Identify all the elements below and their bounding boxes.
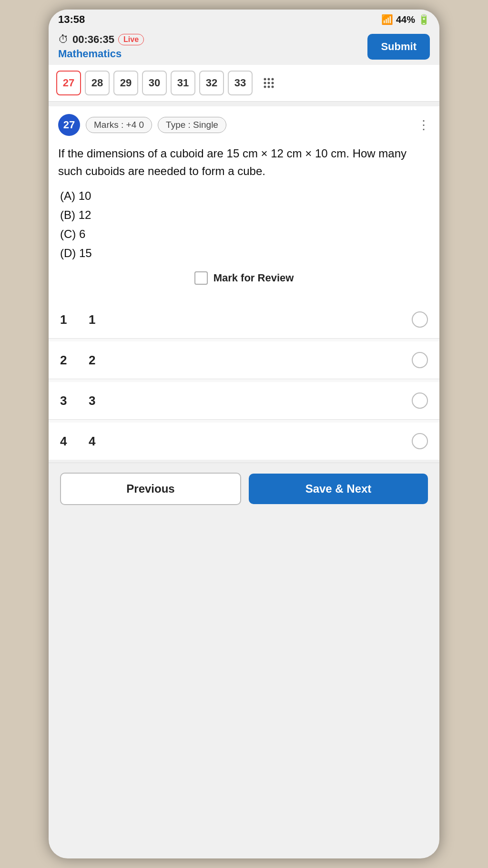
mark-review-checkbox[interactable] bbox=[194, 271, 208, 285]
q-nav-item-29[interactable]: 29 bbox=[113, 71, 138, 95]
status-right: 📶 44% 🔋 bbox=[381, 14, 430, 25]
q-nav-item-30[interactable]: 30 bbox=[142, 71, 167, 95]
marks-badge: Marks : +4 0 bbox=[86, 117, 152, 133]
answer-row-1: 1 1 bbox=[49, 301, 439, 339]
svg-point-8 bbox=[272, 86, 274, 88]
answer-left-3: 3 bbox=[60, 393, 89, 408]
live-badge: Live bbox=[118, 34, 144, 45]
answer-row-3: 3 3 bbox=[49, 382, 439, 420]
options-list: (A) 10 (B) 12 (C) 6 (D) 15 bbox=[58, 189, 430, 260]
question-block: 27 Marks : +4 0 Type : Single ⋮ If the d… bbox=[49, 106, 439, 301]
svg-point-2 bbox=[272, 78, 274, 81]
battery-text: 44% bbox=[396, 14, 415, 25]
answer-row-2: 2 2 bbox=[49, 341, 439, 379]
type-badge: Type : Single bbox=[158, 117, 226, 133]
answer-row-4: 4 4 bbox=[49, 423, 439, 460]
option-c[interactable]: (C) 6 bbox=[58, 227, 430, 241]
answer-right-4: 4 bbox=[89, 434, 412, 449]
battery-icon2: 🔋 bbox=[418, 14, 430, 25]
answer-grid: 1 1 2 2 3 3 4 4 bbox=[49, 301, 439, 460]
answer-left-4: 4 bbox=[60, 434, 89, 449]
question-grid-icon[interactable] bbox=[256, 71, 281, 95]
previous-button[interactable]: Previous bbox=[60, 473, 241, 505]
answer-right-1: 1 bbox=[89, 312, 412, 327]
answer-right-3: 3 bbox=[89, 393, 412, 408]
q-nav-item-31[interactable]: 31 bbox=[171, 71, 195, 95]
answer-radio-3[interactable] bbox=[412, 393, 428, 409]
submit-button[interactable]: Submit bbox=[367, 34, 430, 60]
answer-radio-4[interactable] bbox=[412, 433, 428, 449]
option-d[interactable]: (D) 15 bbox=[58, 247, 430, 260]
question-text: If the dimensions of a cuboid are 15 cm … bbox=[58, 145, 430, 180]
answer-right-2: 2 bbox=[89, 353, 412, 368]
save-next-button[interactable]: Save & Next bbox=[249, 474, 428, 504]
answer-left-2: 2 bbox=[60, 353, 89, 368]
q-nav-item-33[interactable]: 33 bbox=[228, 71, 253, 95]
svg-point-4 bbox=[268, 82, 270, 84]
battery-icon: 📶 bbox=[381, 14, 393, 25]
svg-point-3 bbox=[264, 82, 266, 84]
svg-point-6 bbox=[264, 86, 266, 88]
q-nav-item-32[interactable]: 32 bbox=[199, 71, 224, 95]
q-nav-item-28[interactable]: 28 bbox=[85, 71, 110, 95]
status-bar: 13:58 📶 44% 🔋 bbox=[49, 10, 439, 30]
header-left: ⏱ 00:36:35 Live Mathematics bbox=[58, 33, 144, 60]
question-header: 27 Marks : +4 0 Type : Single ⋮ bbox=[58, 114, 430, 136]
question-nav: 27 28 29 30 31 32 33 bbox=[49, 65, 439, 102]
more-options-icon[interactable]: ⋮ bbox=[417, 118, 430, 133]
option-b[interactable]: (B) 12 bbox=[58, 208, 430, 222]
app-header: ⏱ 00:36:35 Live Mathematics Submit bbox=[49, 30, 439, 65]
answer-radio-1[interactable] bbox=[412, 311, 428, 328]
svg-point-0 bbox=[264, 78, 266, 81]
svg-point-7 bbox=[268, 86, 270, 88]
timer-value: 00:36:35 bbox=[72, 33, 114, 46]
svg-point-1 bbox=[268, 78, 270, 81]
timer-row: ⏱ 00:36:35 Live bbox=[58, 33, 144, 46]
svg-point-5 bbox=[272, 82, 274, 84]
answer-radio-2[interactable] bbox=[412, 352, 428, 368]
status-time: 13:58 bbox=[58, 13, 85, 26]
mark-review-label: Mark for Review bbox=[214, 272, 294, 284]
mark-review-row: Mark for Review bbox=[58, 271, 430, 285]
q-nav-item-27[interactable]: 27 bbox=[56, 71, 81, 95]
subject-label: Mathematics bbox=[58, 48, 144, 60]
phone-frame: 13:58 📶 44% 🔋 ⏱ 00:36:35 Live Mathematic… bbox=[49, 10, 439, 858]
option-a[interactable]: (A) 10 bbox=[58, 189, 430, 203]
answer-left-1: 1 bbox=[60, 312, 89, 327]
timer-icon: ⏱ bbox=[58, 33, 69, 46]
bottom-bar: Previous Save & Next bbox=[49, 463, 439, 515]
question-badge: 27 bbox=[58, 114, 80, 136]
